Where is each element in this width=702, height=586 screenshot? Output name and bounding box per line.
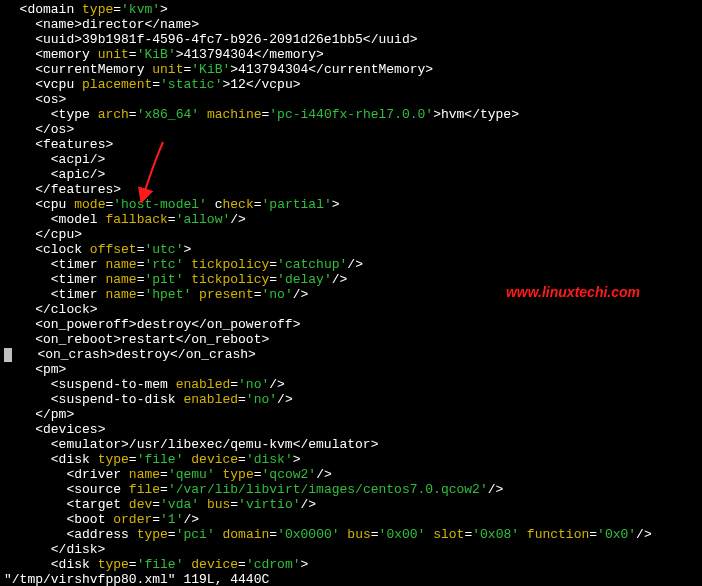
code-token: = (129, 557, 137, 572)
code-token: <timer (51, 287, 106, 302)
code-token: 'qcow2' (262, 467, 317, 482)
terminal-line: <devices> (4, 422, 698, 437)
terminal-line: <uuid>39b1981f-4596-4fc7-b926-2091d26e1b… (4, 32, 698, 47)
code-token: = (254, 467, 262, 482)
code-token: bus (207, 497, 230, 512)
terminal-line: <model fallback='allow'/> (4, 212, 698, 227)
code-token: <cpu (35, 197, 74, 212)
code-token: '1' (160, 512, 183, 527)
code-token: 'no' (238, 377, 269, 392)
code-token: </pm> (35, 407, 74, 422)
code-token: '/var/lib/libvirt/images/centos7.0.qcow2… (168, 482, 488, 497)
code-token: <timer (51, 272, 106, 287)
code-token: <acpi/> (51, 152, 106, 167)
code-token: placement (82, 77, 152, 92)
code-token: <devices> (35, 422, 105, 437)
code-token: > (332, 197, 340, 212)
terminal-line: <os> (4, 92, 698, 107)
code-token: function (527, 527, 589, 542)
terminal-line: <disk type='file' device='disk'> (4, 452, 698, 467)
terminal-line: <features> (4, 137, 698, 152)
code-token: 'KiB' (191, 62, 230, 77)
terminal-line: <vcpu placement='static'>12</vcpu> (4, 77, 698, 92)
code-token (199, 107, 207, 122)
code-token: slot (433, 527, 464, 542)
code-token: </disk> (51, 542, 106, 557)
code-token: enabled (176, 377, 231, 392)
code-token: = (129, 452, 137, 467)
terminal-line: <name>director</name> (4, 17, 698, 32)
code-token: /> (316, 467, 332, 482)
code-token: 'catchup' (277, 257, 347, 272)
code-token: '0x08' (472, 527, 519, 542)
code-token: </clock> (35, 302, 97, 317)
code-token: dev (129, 497, 152, 512)
code-token: = (269, 257, 277, 272)
terminal-line: <on_reboot>restart</on_reboot> (4, 332, 698, 347)
code-token: enabled (183, 392, 238, 407)
terminal-line: <on_poweroff>destroy</on_poweroff> (4, 317, 698, 332)
code-token: 'allow' (176, 212, 231, 227)
code-token: bus (347, 527, 370, 542)
code-token: = (129, 47, 137, 62)
code-token: order (113, 512, 152, 527)
code-token: = (168, 527, 176, 542)
code-token: <address (66, 527, 136, 542)
code-token: <features> (35, 137, 113, 152)
code-token: <on_poweroff>destroy</on_poweroff> (35, 317, 300, 332)
code-token: fallback (105, 212, 167, 227)
code-token: <timer (51, 257, 106, 272)
code-token: name (105, 272, 136, 287)
code-token (191, 287, 199, 302)
code-token (215, 527, 223, 542)
code-token: type (98, 557, 129, 572)
code-token: /> (293, 287, 309, 302)
code-token: '0x0' (597, 527, 636, 542)
code-token: 'cdrom' (246, 557, 301, 572)
code-token: 'delay' (277, 272, 332, 287)
terminal-line: <clock offset='utc'> (4, 242, 698, 257)
code-token: <disk (51, 557, 98, 572)
code-token (199, 497, 207, 512)
code-token: 'hpet' (144, 287, 191, 302)
terminal-line: <timer name='rtc' tickpolicy='catchup'/> (4, 257, 698, 272)
code-token: <domain (20, 2, 82, 17)
code-token: unit (98, 47, 129, 62)
terminal-line: <source file='/var/lib/libvirt/images/ce… (4, 482, 698, 497)
code-token: 'pci' (176, 527, 215, 542)
terminal-editor[interactable]: <domain type='kvm'> <name>director</name… (4, 2, 698, 586)
code-token: 'pc-i440fx-rhel7.0.0' (269, 107, 433, 122)
code-token: type (137, 527, 168, 542)
code-token: /> (230, 212, 246, 227)
code-token: domain (223, 527, 270, 542)
code-token: >12</vcpu> (222, 77, 300, 92)
code-token: '0x00' (379, 527, 426, 542)
code-token: >413794304</memory> (176, 47, 324, 62)
code-token: /> (488, 482, 504, 497)
code-token: type (223, 467, 254, 482)
terminal-line: <suspend-to-mem enabled='no'/> (4, 377, 698, 392)
terminal-line: <emulator>/usr/libexec/qemu-kvm</emulato… (4, 437, 698, 452)
code-token: = (269, 272, 277, 287)
code-token: /> (347, 257, 363, 272)
code-token: = (254, 197, 262, 212)
code-token: device (191, 452, 238, 467)
code-token: = (152, 77, 160, 92)
code-token: >hvm</type> (433, 107, 519, 122)
code-token: <vcpu (35, 77, 82, 92)
code-token: <model (51, 212, 106, 227)
code-token: '0x0000' (277, 527, 339, 542)
code-token: present (199, 287, 254, 302)
code-token: = (371, 527, 379, 542)
code-token: tickpolicy (191, 257, 269, 272)
code-token: c (207, 197, 223, 212)
code-token: 'no' (246, 392, 277, 407)
code-token: <os> (35, 92, 66, 107)
code-token: = (238, 557, 246, 572)
code-token: = (238, 392, 246, 407)
code-token: <pm> (35, 362, 66, 377)
code-token: <name>director</name> (35, 17, 199, 32)
code-token: <apic/> (51, 167, 106, 182)
code-token: > (293, 452, 301, 467)
code-token: <driver (66, 467, 128, 482)
